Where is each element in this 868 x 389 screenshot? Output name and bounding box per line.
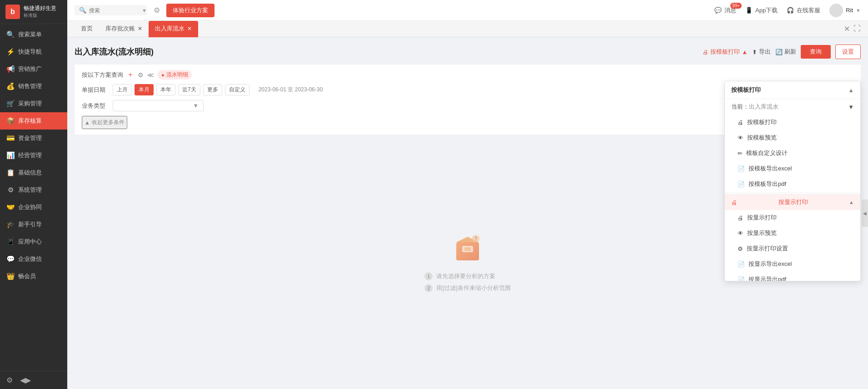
content-area: 出入库流水(流水明细) 🖨 按模板打印 ▲ ⬆ 导出 🔄 刷新 查询 设置: [67, 37, 868, 389]
display-pdf-label: 按显示导出pdf: [748, 275, 786, 281]
sidebar-item-inventory[interactable]: 📦 库存核算: [0, 112, 67, 130]
basic-icon: 📋: [6, 169, 15, 177]
sidebar-item-sales[interactable]: 💰 销售管理: [0, 78, 67, 95]
tab-stock-flow[interactable]: 出入库流水 ✕: [149, 21, 198, 37]
sidebar-item-system[interactable]: ⚙ 系统管理: [0, 181, 67, 199]
empty-state-icon: ?: [449, 229, 486, 265]
dropdown-item-display-pdf[interactable]: 📄 按显示导出pdf: [725, 272, 860, 281]
sidebar-item-guide[interactable]: 🎓 新手引导: [0, 216, 67, 233]
user-profile-button[interactable]: Rit ▼: [829, 4, 861, 17]
display-print-icon: 🖨: [738, 214, 743, 221]
query-button[interactable]: 查询: [801, 45, 831, 59]
dropdown-item-display-preview[interactable]: 👁 按显示预览: [725, 225, 860, 241]
dropdown-item-template-design[interactable]: ✏ 模板自定义设计: [725, 145, 860, 161]
sidebar-item-label: 库存核算: [18, 117, 42, 125]
biz-type-dropdown-arrow-icon: ▼: [193, 102, 199, 109]
sidebar-item-label: 快捷导航: [18, 48, 42, 56]
sidebar-item-collab[interactable]: 🤝 企业协同: [0, 199, 67, 216]
dropdown-current-section: 当前： 出入库流水 ▼: [725, 99, 860, 115]
export-button[interactable]: ⬆ 导出: [752, 48, 771, 56]
tab-stock-flow-close-icon[interactable]: ✕: [187, 25, 192, 32]
dropdown-item-display-print[interactable]: 🖨 按显示打印: [725, 210, 860, 225]
empty-hints: 1 请先选择要分析的方案 2 用[过滤]条件来缩小分析范围: [424, 272, 510, 292]
filter-collapse-icon[interactable]: ≪: [147, 71, 154, 79]
dropdown-item-display-excel[interactable]: 📄 按显示导出excel: [725, 256, 860, 272]
dropdown-scroll-up-icon[interactable]: ▲: [848, 87, 854, 94]
tab-batch-account[interactable]: 库存批次账 ✕: [99, 21, 149, 37]
settings-gear-icon[interactable]: ⚙: [154, 6, 160, 15]
print-template-button[interactable]: 🖨 按模板打印 ▲: [703, 48, 748, 56]
sidebar-item-label: 销售管理: [18, 82, 42, 90]
dropdown-item-template-pdf[interactable]: 📄 按模板导出pdf: [725, 176, 860, 192]
sidebar-item-label: 应用中心: [18, 238, 42, 246]
dropdown-title: 按模板打印: [731, 86, 761, 94]
sidebar-item-finance[interactable]: 💳 资金管理: [0, 130, 67, 147]
app-download-button[interactable]: 📱 App下载: [745, 6, 778, 15]
right-scroll-handle[interactable]: ◀: [862, 199, 868, 227]
hint-2-text: 用[过滤]条件来缩小分析范围: [436, 284, 510, 292]
dropdown-item-template-print[interactable]: 🖨 按模板打印: [725, 115, 860, 130]
template-print-icon: 🖨: [738, 119, 743, 126]
topbar-search-box[interactable]: 🔍 ▼: [75, 5, 147, 15]
tab-batch-account-label: 库存批次账: [105, 25, 135, 33]
filter-add-icon[interactable]: ＋: [127, 70, 134, 80]
dropdown-item-display-settings[interactable]: ⚙ 按显示打印设置: [725, 241, 860, 256]
tab-home[interactable]: 首页: [75, 21, 99, 37]
sidebar-item-purchase[interactable]: 🛒 采购管理: [0, 95, 67, 112]
settings-button[interactable]: 设置: [835, 45, 861, 59]
sidebar-item-search-menu[interactable]: 🔍 搜索菜单: [0, 26, 67, 43]
display-preview-icon: 👁: [738, 230, 743, 237]
search-input[interactable]: [89, 7, 139, 14]
collab-icon: 🤝: [6, 203, 15, 211]
dropdown-item-template-excel[interactable]: 📄 按模板导出excel: [725, 161, 860, 176]
dropdown-display-section-btn[interactable]: 🖨 按显示打印 ▲: [725, 194, 860, 210]
close-tab-icon[interactable]: ✕: [844, 25, 850, 33]
filter-active-tag[interactable]: ● 流水明细: [158, 70, 192, 80]
biz-type-dropdown[interactable]: ▼: [113, 100, 204, 111]
sidebar-item-appcenter[interactable]: 📱 应用中心: [0, 233, 67, 250]
date-btn-this-year[interactable]: 本年: [156, 84, 175, 95]
date-btn-custom[interactable]: 自定义: [225, 84, 249, 95]
page-title: 出入库流水(流水明细): [75, 46, 154, 57]
filter-settings-icon[interactable]: ⚙: [138, 71, 144, 79]
collapse-conditions-button[interactable]: ▲ 收起更多条件: [82, 116, 127, 129]
sidebar-item-member[interactable]: 👑 畅会员: [0, 268, 67, 285]
print-icon: 🖨: [703, 49, 708, 55]
app-download-label: App下载: [755, 6, 778, 15]
date-buttons-group: 上月 本月 本年 近7天 更多 自定义: [113, 84, 249, 95]
collapse-btn-label: 收起更多条件: [92, 119, 125, 126]
date-btn-last-month[interactable]: 上月: [113, 84, 132, 95]
settings-bottom-icon[interactable]: ⚙: [6, 376, 13, 384]
biz-type-label: 业务类型: [82, 102, 105, 110]
refresh-button[interactable]: 🔄 刷新: [775, 48, 796, 56]
tabbar-right-actions: ✕ ⛶: [844, 25, 861, 33]
display-excel-label: 按显示导出excel: [748, 260, 792, 268]
online-service-button[interactable]: 🎧 在线客服: [787, 6, 820, 15]
display-section-icon: 🖨: [731, 199, 737, 206]
sidebar-item-operation[interactable]: 📊 经营管理: [0, 147, 67, 164]
sidebar-item-basic[interactable]: 📋 基础信息: [0, 164, 67, 181]
dropdown-item-template-preview[interactable]: 👁 按模板预览: [725, 130, 860, 145]
date-btn-more[interactable]: 更多: [203, 84, 222, 95]
collapse-sidebar-icon[interactable]: ◀▶: [20, 376, 31, 384]
sidebar-item-marketing[interactable]: 📢 营销推广: [0, 60, 67, 78]
sidebar-item-label: 企业协同: [18, 203, 42, 211]
dropdown-divider: [725, 193, 860, 193]
display-section-expand-icon: ▲: [849, 199, 854, 205]
expand-tab-icon[interactable]: ⛶: [853, 25, 861, 33]
sidebar-item-wechat[interactable]: 💬 企业微信: [0, 250, 67, 268]
sidebar-item-quick-nav[interactable]: ⚡ 快捷导航: [0, 43, 67, 60]
sidebar-item-label: 基础信息: [18, 169, 42, 177]
template-preview-icon: 👁: [738, 135, 743, 141]
print-template-label: 按模板打印: [710, 48, 740, 56]
sidebar-bottom: ⚙ ◀▶: [0, 371, 67, 389]
display-section-label: 按显示打印: [778, 198, 808, 206]
refresh-icon: 🔄: [775, 49, 783, 55]
date-btn-current-month[interactable]: 本月: [135, 84, 154, 95]
tab-batch-account-close-icon[interactable]: ✕: [138, 25, 142, 32]
search-dropdown-arrow-icon[interactable]: ▼: [142, 8, 147, 13]
date-btn-last-7-days[interactable]: 近7天: [178, 84, 200, 95]
message-button[interactable]: 💬 消息 99+: [714, 6, 736, 15]
dropdown-scroll: 当前： 出入库流水 ▼ 🖨 按模板打印 👁 按模板预览 ✏ 模板自定义设计: [725, 99, 860, 281]
trial-industry-button[interactable]: 体验行业方案: [166, 4, 215, 17]
